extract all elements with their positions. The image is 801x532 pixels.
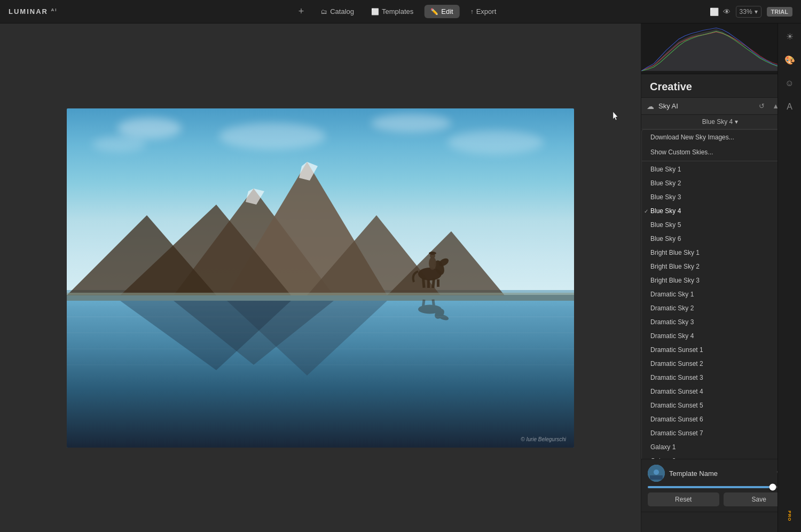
sky-item-dramatic-sunset-6[interactable]: Dramatic Sunset 6 [642, 412, 800, 426]
reset-button[interactable]: Reset [648, 492, 719, 506]
sky-item-dramatic-sunset-5[interactable]: Dramatic Sunset 5 [642, 398, 800, 412]
templates-icon: ⬜ [371, 8, 379, 15]
sky-selector-chevron: ▾ [735, 118, 738, 126]
panel-body: Creative ☁ Sky AI ↺ ▲ 👁 Blue Sky 4 ▾ [641, 74, 801, 532]
catalog-label: Catalog [330, 7, 354, 15]
edit-icon: ✏️ [430, 8, 438, 15]
sky-item-dramatic-sunset-7[interactable]: Dramatic Sunset 7 [642, 426, 800, 440]
export-label: Export [476, 7, 497, 15]
trial-badge: TRIAL [767, 7, 792, 17]
sky-item-bright-blue-sky-3[interactable]: Bright Blue Sky 3 [642, 273, 800, 287]
templates-button[interactable]: ⬜ Templates [365, 5, 420, 18]
canvas-area: © Iurie Belegurschi [0, 24, 641, 532]
sky-item-blue-sky-3[interactable]: Blue Sky 3 [642, 190, 800, 204]
sky-item-dramatic-sunset-2[interactable]: Dramatic Sunset 2 [642, 357, 800, 371]
sky-item-blue-sky-4[interactable]: Blue Sky 4 [642, 204, 800, 218]
undo-icon[interactable]: ↺ [757, 101, 767, 111]
template-row: Template Name ♡ ••• [648, 465, 795, 482]
sky-selector-value: Blue Sky 4 [702, 118, 733, 126]
template-slider-thumb [769, 484, 776, 491]
svg-rect-16 [427, 279, 430, 288]
view-icon-1[interactable]: ⬜ [710, 7, 719, 16]
sky-item-dramatic-sky-3[interactable]: Dramatic Sky 3 [642, 315, 800, 329]
main-layout: © Iurie Belegurschi [0, 24, 801, 532]
catalog-icon: 🗂 [321, 8, 327, 15]
sky-item-dramatic-sunset-4[interactable]: Dramatic Sunset 4 [642, 385, 800, 398]
topbar-nav: + 🗂 Catalog ⬜ Templates ✏️ Edit ↑ Export [299, 5, 503, 18]
svg-point-21 [429, 252, 436, 255]
add-button[interactable]: + [299, 6, 304, 17]
download-sky-action[interactable]: Download New Sky Images... 102 [642, 130, 800, 145]
view-icons: ⬜ 👁 [710, 7, 731, 16]
show-custom-label: Show Custom Skies... [650, 148, 713, 156]
topbar-right: ⬜ 👁 33% ▾ TRIAL [710, 6, 792, 18]
sky-item-dramatic-sunset-3[interactable]: Dramatic Sunset 3 [642, 371, 800, 385]
svg-rect-37 [650, 475, 663, 480]
catalog-button[interactable]: 🗂 Catalog [315, 5, 360, 18]
svg-rect-18 [437, 279, 439, 287]
template-slider-row [648, 486, 795, 488]
templates-label: Templates [382, 7, 413, 15]
template-amount-slider[interactable] [648, 486, 795, 488]
right-icon-column: ☀ 🎨 ☺ A PRO [778, 74, 801, 532]
template-name-label: Template Name [669, 470, 772, 478]
sky-item-galaxy-1[interactable]: Galaxy 1 [642, 440, 800, 454]
template-buttons: Reset Save [648, 492, 795, 506]
view-icon-2[interactable]: 👁 [723, 7, 731, 16]
template-thumbnail [648, 465, 665, 482]
photo-credit: © Iurie Belegurschi [521, 436, 566, 442]
sky-item-galaxy-2[interactable]: Galaxy 2 [642, 454, 800, 459]
sky-item-bright-blue-sky-2[interactable]: Bright Blue Sky 2 [642, 260, 800, 273]
photo-container: © Iurie Belegurschi [67, 108, 574, 448]
sky-item-dramatic-sky-4[interactable]: Dramatic Sky 4 [642, 329, 800, 343]
zoom-value: 33% [740, 8, 752, 15]
sky-item-dramatic-sunset-1[interactable]: Dramatic Sunset 1 [642, 343, 800, 357]
dropdown-separator-1 [642, 161, 800, 161]
svg-point-19 [429, 257, 436, 270]
cloud-icon: ☁ [647, 102, 654, 111]
topbar: LUMINAR AI + 🗂 Catalog ⬜ Templates ✏️ Ed… [0, 0, 801, 24]
svg-point-36 [654, 470, 659, 475]
pro-badge: PRO [787, 511, 792, 521]
zoom-control[interactable]: 33% ▾ [736, 6, 761, 18]
sky-ai-title: Sky AI [658, 102, 757, 110]
sky-item-bright-blue-sky-1[interactable]: Bright Blue Sky 1 [642, 246, 800, 260]
svg-rect-10 [67, 293, 574, 301]
zoom-chevron: ▾ [755, 8, 758, 15]
export-icon: ↑ [470, 8, 474, 15]
app-version: AI [51, 7, 58, 12]
sky-item-dramatic-sky-1[interactable]: Dramatic Sky 1 [642, 287, 800, 301]
sky-item-dramatic-sky-2[interactable]: Dramatic Sky 2 [642, 301, 800, 315]
edit-label: Edit [441, 7, 453, 15]
sky-item-blue-sky-2[interactable]: Blue Sky 2 [642, 176, 800, 190]
edit-button[interactable]: ✏️ Edit [424, 5, 459, 18]
face-icon[interactable]: ☺ [781, 75, 798, 92]
photo-svg [67, 108, 574, 448]
sky-item-blue-sky-6[interactable]: Blue Sky 6 [642, 232, 800, 246]
sky-item-blue-sky-5[interactable]: Blue Sky 5 [642, 218, 800, 232]
template-slider-fill [648, 486, 773, 488]
app-logo: LUMINAR AI [9, 7, 58, 15]
text-icon[interactable]: A [781, 98, 798, 115]
right-panel: Creative ☁ Sky AI ↺ ▲ 👁 Blue Sky 4 ▾ [641, 24, 801, 532]
show-custom-action[interactable]: Show Custom Skies... 0 [642, 145, 800, 160]
sky-item-blue-sky-1[interactable]: Blue Sky 1 [642, 162, 800, 176]
export-button[interactable]: ↑ Export [464, 5, 503, 18]
download-sky-label: Download New Sky Images... [650, 134, 734, 141]
